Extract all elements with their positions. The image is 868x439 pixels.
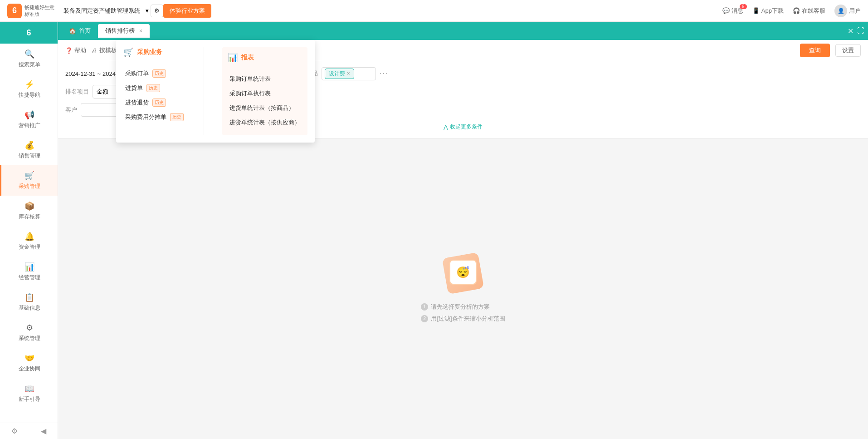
app-container: 6 畅捷通好生意 标准版 装备及固定资产辅助管理系统 ▾ ⚙ 体验行业方案 💬 … bbox=[0, 0, 868, 439]
online-service-button[interactable]: 🎧 在线客服 bbox=[793, 7, 825, 15]
tab-window-close-button[interactable]: ✕ bbox=[848, 27, 853, 35]
help-icon: ❓ bbox=[65, 47, 73, 54]
tab-close-button[interactable]: × bbox=[139, 28, 142, 34]
megaphone-icon: 📢 bbox=[24, 110, 34, 120]
system-gear-icon: ⚙ bbox=[26, 323, 33, 333]
tab-home[interactable]: 🏠 首页 bbox=[62, 24, 98, 38]
box-icon: 📦 bbox=[24, 201, 34, 211]
industry-button[interactable]: 体验行业方案 bbox=[163, 4, 211, 18]
sidebar-logo: 6 bbox=[0, 22, 58, 44]
logo-icon: 6 bbox=[7, 4, 22, 18]
sidebar-item-sales[interactable]: 💰 销售管理 bbox=[0, 135, 58, 165]
top-bar: 6 畅捷通好生意 标准版 装备及固定资产辅助管理系统 ▾ ⚙ 体验行业方案 💬 … bbox=[0, 0, 868, 22]
sidebar-logo-icon: 6 bbox=[22, 25, 36, 40]
sidebar-settings-button[interactable]: ⚙ bbox=[11, 427, 18, 435]
purchase-return-item[interactable]: 进货退货 历史 bbox=[123, 95, 185, 110]
purchase-business-col: 🛒 采购业务 采购订单 历史 进货单 历史 进货退货 历史 bbox=[123, 47, 185, 135]
handshake-icon: 🤝 bbox=[24, 353, 34, 363]
purchase-business-header: 🛒 采购业务 bbox=[123, 47, 185, 61]
sidebar-item-marketing[interactable]: 📢 营销推广 bbox=[0, 104, 58, 135]
system-name: 装备及固定资产辅助管理系统 bbox=[63, 7, 140, 15]
history-badge-3: 历史 bbox=[170, 113, 184, 121]
dropdown-arrow-icon: ▾ bbox=[146, 7, 149, 14]
tab-maximize-button[interactable]: ⛶ bbox=[857, 27, 864, 35]
home-icon: 🏠 bbox=[69, 28, 76, 35]
sidebar-bottom: ⚙ ◀ bbox=[0, 423, 58, 439]
history-badge-0: 历史 bbox=[152, 69, 166, 78]
product-tag-close-button[interactable]: × bbox=[347, 70, 350, 77]
query-button[interactable]: 查询 bbox=[800, 44, 830, 57]
purchase-inbound-item[interactable]: 进货单 历史 bbox=[123, 81, 185, 95]
empty-state: 😴 1 请先选择要分析的方案 2 用[过滤]条件来缩小分析范围 bbox=[58, 138, 868, 439]
user-menu-button[interactable]: 👤 用户 bbox=[834, 5, 861, 17]
product-tag: 设计费 × bbox=[325, 69, 354, 79]
purchase-report-col: 📊 报表 采购订单统计表 采购订单执行表 进货单统计表（按商品） 进货单统计表（… bbox=[222, 47, 307, 135]
search-icon: 🔍 bbox=[24, 49, 34, 59]
top-bar-right: 💬 消息 9 📱 App下载 🎧 在线客服 👤 用户 bbox=[722, 5, 861, 17]
content-area: 🏠 首页 销售排行榜 × ✕ ⛶ ❓ 帮助 🖨 bbox=[58, 22, 868, 439]
empty-illustration: 😴 bbox=[440, 253, 486, 294]
empty-tip-2: 2 用[过滤]条件来缩小分析范围 bbox=[421, 313, 505, 325]
message-button[interactable]: 💬 消息 9 bbox=[722, 7, 743, 15]
sidebar: 6 🔍 搜索菜单 ⚡ 快捷导航 📢 营销推广 💰 销售管理 🛒 采购管理 bbox=[0, 22, 58, 439]
print-icon: 🖨 bbox=[92, 47, 98, 54]
purchase-dropdown-menu: 🛒 采购业务 采购订单 历史 进货单 历史 进货退货 历史 bbox=[116, 40, 315, 143]
sidebar-item-search[interactable]: 🔍 搜索菜单 bbox=[0, 44, 58, 74]
headset-icon: 🎧 bbox=[793, 7, 800, 14]
message-badge: 9 bbox=[740, 4, 747, 9]
empty-tips: 1 请先选择要分析的方案 2 用[过滤]条件来缩小分析范围 bbox=[421, 301, 505, 325]
message-icon: 💬 bbox=[722, 7, 730, 14]
purchase-order-stats-item[interactable]: 采购订单统计表 bbox=[228, 72, 302, 86]
cart-icon: 🛒 bbox=[24, 171, 34, 181]
dropdown-divider bbox=[204, 47, 204, 135]
lightning-icon: ⚡ bbox=[24, 79, 34, 89]
purchase-header-icon: 🛒 bbox=[123, 47, 133, 57]
purchase-order-exec-item[interactable]: 采购订单执行表 bbox=[228, 86, 302, 101]
sidebar-item-guide[interactable]: 📖 新手引导 bbox=[0, 378, 58, 409]
purchase-report-header: 📊 报表 bbox=[228, 53, 302, 66]
set-button[interactable]: 设置 bbox=[835, 44, 861, 57]
sidebar-item-enterprise[interactable]: 🤝 企业协同 bbox=[0, 348, 58, 378]
logo-area: 6 畅捷通好生意 标准版 bbox=[7, 4, 54, 18]
phone-icon: 📱 bbox=[752, 7, 760, 14]
book-icon: 📖 bbox=[24, 384, 34, 394]
main-layout: 6 🔍 搜索菜单 ⚡ 快捷导航 📢 营销推广 💰 销售管理 🛒 采购管理 bbox=[0, 22, 868, 439]
history-badge-1: 历史 bbox=[146, 84, 160, 92]
tabs-right: ✕ ⛶ bbox=[848, 27, 864, 35]
tab-sales-rank[interactable]: 销售排行榜 × bbox=[98, 24, 150, 38]
date-start: 2024-12-31 bbox=[65, 70, 96, 77]
sidebar-item-system[interactable]: ⚙ 系统管理 bbox=[0, 317, 58, 348]
logo-text: 畅捷通好生意 标准版 bbox=[24, 4, 54, 17]
avatar: 👤 bbox=[834, 5, 847, 17]
sidebar-item-purchase[interactable]: 🛒 采购管理 bbox=[0, 165, 58, 196]
history-badge-2: 历史 bbox=[152, 99, 166, 107]
sidebar-item-quick[interactable]: ⚡ 快捷导航 bbox=[0, 74, 58, 104]
sidebar-item-finance[interactable]: 🔔 资金管理 bbox=[0, 226, 58, 256]
toolbar-right: 查询 设置 bbox=[800, 44, 861, 57]
app-download-button[interactable]: 📱 App下载 bbox=[752, 7, 784, 15]
sidebar-collapse-button[interactable]: ◀ bbox=[41, 427, 46, 435]
report-header-icon: 📊 bbox=[228, 53, 238, 63]
help-button[interactable]: ❓ 帮助 bbox=[65, 46, 86, 54]
bell-icon: 🔔 bbox=[24, 232, 34, 242]
settings-button[interactable]: ⚙ bbox=[151, 5, 163, 17]
purchase-inbound-by-product-item[interactable]: 进货单统计表（按商品） bbox=[228, 101, 302, 115]
sidebar-item-inventory[interactable]: 📦 库存核算 bbox=[0, 196, 58, 226]
sidebar-item-basic[interactable]: 📋 基础信息 bbox=[0, 287, 58, 317]
product-more-button[interactable]: ··· bbox=[380, 69, 388, 78]
filter-product: 商品 设计费 × ··· bbox=[306, 67, 388, 80]
gear-icon: ⚙ bbox=[154, 7, 160, 14]
purchase-order-item[interactable]: 采购订单 历史 bbox=[123, 66, 185, 81]
clipboard-icon: 📋 bbox=[24, 292, 34, 302]
money-icon: 💰 bbox=[24, 140, 34, 150]
purchase-expense-item[interactable]: 采购费用分摊单 历史 bbox=[123, 110, 185, 124]
empty-tip-1: 1 请先选择要分析的方案 bbox=[421, 301, 505, 313]
system-dropdown[interactable]: 装备及固定资产辅助管理系统 ▾ bbox=[63, 7, 149, 15]
collapse-up-icon: ⋀ bbox=[444, 124, 448, 130]
sidebar-item-operation[interactable]: 📊 经营管理 bbox=[0, 256, 58, 287]
tabs-bar: 🏠 首页 销售排行榜 × ✕ ⛶ bbox=[58, 22, 868, 40]
chart-icon: 📊 bbox=[24, 262, 34, 272]
purchase-inbound-by-supplier-item[interactable]: 进货单统计表（按供应商） bbox=[228, 115, 302, 130]
